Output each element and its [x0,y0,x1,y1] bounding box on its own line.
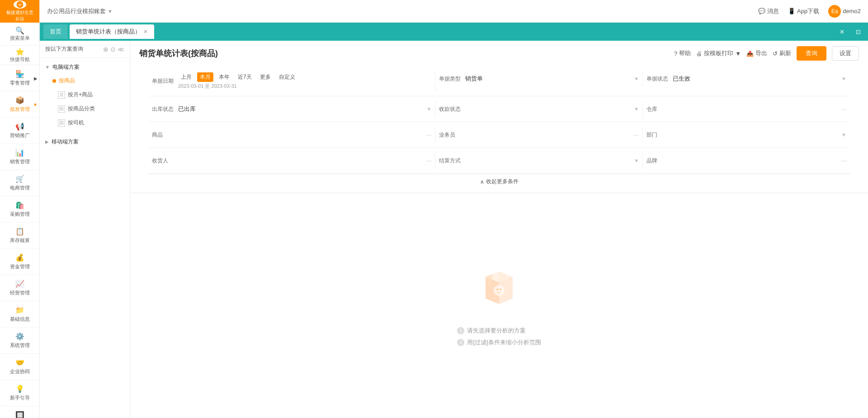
status-label: 单据状态 [646,75,669,83]
step-1-text: 请先选择要分析的方案 [467,325,526,337]
page-title: 销货单统计表(按商品) [139,48,218,59]
system-icon: ⚙️ [15,332,24,341]
message-btn[interactable]: 💬 消息 [758,7,779,15]
recipient-dots-icon[interactable]: ··· [426,157,432,164]
scheme-item-by-category[interactable]: 回 按商品分类 [40,102,130,116]
date-custom[interactable]: 自定义 [276,72,298,82]
sidebar-item-basic[interactable]: 📁 基础信息 [0,301,39,328]
status-select[interactable]: 已生效 ▼ [673,75,846,83]
tab-home[interactable]: 首页 [43,24,68,39]
sidebar-item-ecommerce[interactable]: 🛒 电商管理 [0,170,39,196]
print-icon: 🖨 [696,50,702,57]
warehouse-dots-icon[interactable]: ··· [841,105,846,113]
date-last-month[interactable]: 上月 [178,72,194,82]
settings-button[interactable]: 设置 [832,46,859,61]
dept-select[interactable]: ▼ [673,132,846,138]
by-category-label: 按商品分类 [68,105,95,113]
sidebar-item-purchase[interactable]: 🛍️ 采购管理 [0,196,39,223]
close-window-btn[interactable]: ✕ [835,25,848,38]
sidebar-item-finance[interactable]: 💰 资金管理 [0,249,39,275]
brand-dots-icon[interactable]: ··· [841,157,846,164]
warehouse-status-label: 出库状态 [152,105,175,113]
sidebar-item-apps[interactable]: 🔲 应用中心 [0,406,39,418]
date-this-month[interactable]: 本月 [197,72,213,82]
sidebar-nav-label: 快捷导航 [0,56,39,63]
empty-step-2: 2 用[过滤]条件来缩小分析范围 [457,337,541,348]
sidebar-item-operations[interactable]: 📈 经营管理 [0,275,39,301]
product-dots-icon[interactable]: ··· [426,131,432,138]
scheme-mobile-header[interactable]: ▶ 移动端方案 [40,135,130,148]
payment-select[interactable]: ▼ [465,106,639,112]
date-more[interactable]: 更多 [257,72,274,82]
salesman-dots-icon[interactable]: ··· [634,131,639,138]
warehouse-status-select[interactable]: 已出库 ▼ [178,105,431,113]
help-btn[interactable]: ? 帮助 [674,49,691,57]
sidebar-item-system[interactable]: ⚙️ 系统管理 [0,328,39,354]
tab-sales-report[interactable]: 销货单统计表（按商品） ✕ [70,24,154,39]
download-icon: 📱 [788,8,795,14]
svg-point-0 [16,1,23,8]
warehouse-status-dropdown-icon: ▼ [427,106,432,112]
date-this-year[interactable]: 本年 [216,72,232,82]
desktop-expand-icon: ▼ [45,65,50,70]
by-month-label: 按月+商品 [68,91,93,99]
scheme-header: 按以下方案查询 ⊕ ⊙ ≪ [40,41,130,58]
sidebar-item-cooperation[interactable]: 🤝 企业协同 [0,354,39,380]
date-7days[interactable]: 近7天 [235,72,255,82]
topbar-right: 💬 消息 📱 App下载 Ea demo2 [758,5,861,18]
user-menu[interactable]: Ea demo2 [828,5,861,18]
scheme-item-by-driver[interactable]: 回 按司机 [40,116,130,130]
svg-point-6 [494,285,505,296]
logo-icon [14,0,26,9]
collapse-icon: ∧ [480,179,484,185]
account-selector[interactable]: 办公用品行业模拟账套 ▼ [47,7,113,15]
svg-text:✦: ✦ [509,276,512,280]
sidebar-item-sales[interactable]: 📊 销售管理 [0,144,39,170]
scheme-collapse-icon[interactable]: ≪ [118,46,124,53]
svg-text:✦: ✦ [510,290,512,292]
settlement-dropdown-icon: ▼ [634,158,639,163]
sidebar-item-quick-nav[interactable]: ⭐ 快捷导航 [0,46,39,65]
scheme-item-by-product[interactable]: 按商品 [40,74,130,88]
collapse-bar[interactable]: ∧ 收起更多条件 [148,174,850,189]
page-header-top: 销货单统计表(按商品) ? 帮助 🖨 按模板打印 ▼ 📤 [139,46,859,61]
sidebar-item-retail[interactable]: 🏪 零售管理 ▶ [0,65,39,91]
date-shortcuts: 上月 本月 本年 近7天 更多 自定义 [178,72,431,82]
svg-marker-5 [499,271,506,282]
export-icon: 📤 [746,50,754,57]
scheme-desktop-header[interactable]: ▼ 电脑端方案 [40,61,130,74]
scheme-item-by-month-product[interactable]: 月 按月+商品 [40,88,130,102]
maximize-btn[interactable]: ⊡ [852,25,864,38]
sales-icon: 📊 [15,148,24,157]
desktop-label: 电脑端方案 [52,63,80,71]
scheme-title: 按以下方案查询 [45,45,83,53]
sidebar-item-inventory[interactable]: 📋 库存核算 [0,223,39,249]
salesman-label: 业务员 [439,131,462,139]
query-button[interactable]: 查询 [797,46,826,61]
finance-icon: 💰 [15,253,24,262]
sidebar-item-wholesale[interactable]: 📦 批发管理 ▼ [0,91,39,118]
type-select[interactable]: 销货单 ▼ [465,75,639,83]
print-btn[interactable]: 🖨 按模板打印 ▼ [696,49,741,57]
dept-dropdown-icon: ▼ [841,132,846,138]
refresh-btn[interactable]: ↺ 刷新 [773,49,791,57]
sidebar-subtitle: 标版 [15,16,24,22]
empty-steps: 1 请先选择要分析的方案 2 用[过滤]条件来缩小分析范围 [457,325,541,348]
app-download-btn[interactable]: 📱 App下载 [788,7,819,15]
main-panel: 销货单统计表(按商品) ? 帮助 🖨 按模板打印 ▼ 📤 [130,41,868,418]
message-label: 消息 [767,7,779,15]
sidebar-item-search[interactable]: 🔍 搜索菜单 [0,23,39,46]
sidebar-item-cooperation-label: 企业协同 [10,368,30,375]
tabbar: 首页 销货单统计表（按商品） ✕ ✕ ⊡ [40,23,868,41]
print-label: 按模板打印 [704,49,733,57]
filter-warehouse-status-cell: 出库状态 已出库 ▼ [148,101,435,117]
export-btn[interactable]: 📤 导出 [746,49,767,57]
sidebar-item-guide[interactable]: 💡 新手引导 [0,380,39,406]
scheme-add-icon[interactable]: ⊕ [103,46,108,53]
scheme-settings-icon[interactable]: ⊙ [110,46,116,53]
tab-close-icon[interactable]: ✕ [143,28,148,35]
sidebar-search-label: 搜索菜单 [0,35,39,42]
settlement-select[interactable]: ▼ [465,158,639,163]
sidebar-item-marketing[interactable]: 📢 营销推广 [0,118,39,144]
collapse-label: 收起更多条件 [486,178,519,185]
